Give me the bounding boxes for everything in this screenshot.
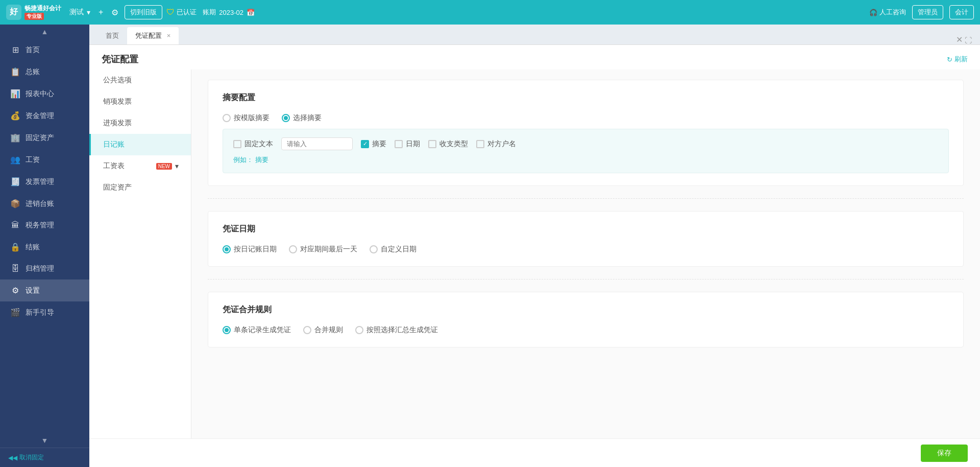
- custom-date-circle: [370, 245, 378, 253]
- sidebar-item-guide[interactable]: 🎬 新手引导: [0, 301, 89, 323]
- sidebar-item-tax[interactable]: 🏛 税务管理: [0, 215, 89, 236]
- archive-icon: 🗄: [10, 264, 20, 273]
- payroll-icon: 👥: [10, 155, 20, 165]
- settings-icon: ⚙: [10, 286, 20, 295]
- date-section: 凭证日期 按日记账日期 对应期间最后一天: [208, 211, 964, 267]
- refresh-button[interactable]: ↻ 刷新: [947, 55, 968, 64]
- date-radio-group: 按日记账日期 对应期间最后一天 自定义日期: [223, 245, 949, 254]
- radio-select[interactable]: 选择摘要: [282, 113, 322, 123]
- scroll-down-button[interactable]: ▼: [0, 433, 89, 448]
- summary-title: 摘要配置: [223, 92, 949, 103]
- scroll-up-button[interactable]: ▲: [0, 25, 89, 39]
- sidebar-item-sales-purchase[interactable]: 📦 进销台账: [0, 193, 89, 215]
- fixed-text-checkbox: [233, 140, 241, 148]
- sidebar-item-archive[interactable]: 🗄 归档管理: [0, 258, 89, 279]
- example-text: 例如： 摘要: [233, 155, 938, 165]
- shield-icon: 🛡: [166, 8, 175, 17]
- right-panel: 摘要配置 按模版摘要 选择摘要: [191, 69, 980, 438]
- fund-icon: 💰: [10, 111, 20, 121]
- sidebar-item-closing[interactable]: 🔒 结账: [0, 236, 89, 258]
- new-badge: NEW: [156, 163, 172, 170]
- left-menu: 公共选项 销项发票 进项发票 日记账 工资表 NEW ▾: [89, 69, 191, 438]
- period-last-circle: [289, 245, 297, 253]
- headset-icon: 🎧: [869, 9, 877, 16]
- radio-select-summary[interactable]: 按照选择汇总生成凭证: [355, 325, 438, 335]
- page-content: 凭证配置 ↻ 刷新 公共选项 销项发票 进项发票 日记账: [89, 45, 980, 438]
- radio-period-last[interactable]: 对应期间最后一天: [289, 245, 357, 254]
- window-close-button[interactable]: ✕: [956, 35, 963, 44]
- summary-config-box: 固定文本 摘要 日期: [223, 129, 949, 173]
- company-name: 测试: [69, 8, 84, 17]
- fixed-text-input[interactable]: [281, 137, 353, 150]
- settings-button[interactable]: ⚙: [109, 6, 120, 19]
- cancel-pin-button[interactable]: ◀◀ 取消固定: [0, 448, 89, 467]
- merge-section: 凭证合并规则 单条记录生成凭证 合并规则: [208, 292, 964, 347]
- sidebar-item-settings[interactable]: ⚙ 设置: [0, 279, 89, 301]
- save-button[interactable]: 保存: [921, 445, 968, 462]
- checkbox-date[interactable]: 日期: [395, 139, 420, 149]
- calendar-icon[interactable]: 📅: [247, 9, 255, 16]
- checkbox-payment-type[interactable]: 收支类型: [428, 139, 468, 149]
- sidebar-item-reports[interactable]: 📊 报表中心: [0, 83, 89, 105]
- tab-home[interactable]: 首页: [97, 27, 127, 44]
- sidebar-item-ledger[interactable]: 📋 总账: [0, 61, 89, 83]
- closing-icon: 🔒: [10, 242, 20, 252]
- checkbox-fixed-text[interactable]: 固定文本: [233, 139, 273, 149]
- radio-single[interactable]: 单条记录生成凭证: [223, 325, 291, 335]
- refresh-icon: ↻: [947, 56, 952, 63]
- sidebar-item-home[interactable]: ⊞ 首页: [0, 39, 89, 61]
- select-summary-circle: [355, 326, 363, 334]
- add-button[interactable]: +: [96, 6, 105, 19]
- logo[interactable]: 好 畅捷通好会计 专业版: [6, 5, 61, 20]
- abstract-checkbox: [361, 140, 369, 148]
- sidebar-item-payroll[interactable]: 👥 工资: [0, 149, 89, 171]
- sidebar-nav: ⊞ 首页 📋 总账 📊 报表中心 💰 资金管理 🏢 固定资产: [0, 39, 89, 433]
- counterpart-checkbox: [476, 140, 484, 148]
- radio-select-circle: [282, 114, 290, 122]
- consult-button[interactable]: 🎧 人工咨询: [869, 8, 906, 17]
- expand-icon: ▾: [175, 162, 179, 170]
- invoice-icon: 🧾: [10, 177, 20, 186]
- radio-template[interactable]: 按模版摘要: [223, 113, 270, 123]
- checkbox-counterpart[interactable]: 对方户名: [476, 139, 516, 149]
- sidebar-item-invoice[interactable]: 🧾 发票管理: [0, 171, 89, 193]
- switch-old-button[interactable]: 切到旧版: [125, 5, 162, 19]
- summary-radio-group: 按模版摘要 选择摘要: [223, 113, 949, 123]
- page-header: 凭证配置 ↻ 刷新: [89, 45, 980, 69]
- sidebar-item-fund[interactable]: 💰 资金管理: [0, 105, 89, 127]
- radio-merge-rule[interactable]: 合并规则: [303, 325, 343, 335]
- company-selector[interactable]: 测试 ▾: [69, 8, 90, 17]
- guide-icon: 🎬: [10, 308, 20, 317]
- admin-button[interactable]: 管理员: [912, 5, 943, 19]
- logo-icon: 好: [6, 5, 21, 20]
- sidebar-item-fixed-assets[interactable]: 🏢 固定资产: [0, 127, 89, 149]
- date-title: 凭证日期: [223, 224, 949, 235]
- logo-text: 畅捷通好会计 专业版: [24, 5, 61, 20]
- menu-item-fixed-assets[interactable]: 固定资产: [89, 177, 191, 198]
- page-title: 凭证配置: [102, 53, 138, 65]
- payment-type-checkbox: [428, 140, 436, 148]
- save-footer: 保存: [89, 438, 980, 467]
- tab-voucher-config[interactable]: 凭证配置 ×: [127, 27, 179, 44]
- merge-radio-group: 单条记录生成凭证 合并规则 按照选择汇总生成凭证: [223, 325, 949, 335]
- tab-close-button[interactable]: ×: [167, 32, 171, 39]
- menu-item-purchase-invoice[interactable]: 进项发票: [89, 112, 191, 134]
- radio-custom-date[interactable]: 自定义日期: [370, 245, 416, 254]
- merge-title: 凭证合并规则: [223, 305, 949, 315]
- window-expand-button[interactable]: ⛶: [965, 36, 972, 44]
- certified-badge: 🛡 已认证: [166, 8, 197, 17]
- accountant-button[interactable]: 会计: [949, 5, 974, 19]
- checkbox-abstract[interactable]: 摘要: [361, 139, 386, 149]
- menu-item-public[interactable]: 公共选项: [89, 69, 191, 91]
- date-checkbox: [395, 140, 403, 148]
- radio-journal-date[interactable]: 按日记账日期: [223, 245, 277, 254]
- sales-icon: 📦: [10, 199, 20, 208]
- menu-item-salary[interactable]: 工资表 NEW ▾: [89, 155, 191, 177]
- menu-item-sales-invoice[interactable]: 销项发票: [89, 91, 191, 112]
- ledger-icon: 📋: [10, 67, 20, 77]
- fixed-assets-icon: 🏢: [10, 133, 20, 143]
- menu-item-journal[interactable]: 日记账: [89, 134, 191, 155]
- summary-config-row: 固定文本 摘要 日期: [233, 137, 938, 150]
- tax-icon: 🏛: [10, 221, 20, 230]
- inner-layout: 公共选项 销项发票 进项发票 日记账 工资表 NEW ▾: [89, 69, 980, 438]
